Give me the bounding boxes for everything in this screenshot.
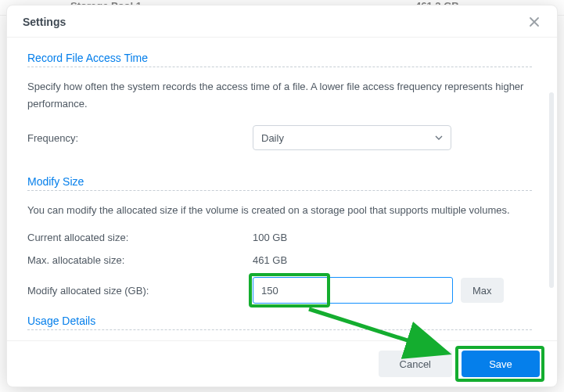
modal-header: Settings (7, 5, 557, 38)
modify-description: You can modify the allocated size if the… (27, 202, 532, 219)
modify-size-label: Modify allocated size (GB): (27, 285, 253, 297)
max-size-row: Max. allocatable size: 461 GB (27, 254, 532, 266)
close-button[interactable] (527, 15, 541, 29)
settings-modal: Settings Record File Access Time Specify… (6, 5, 558, 387)
close-icon (529, 16, 540, 27)
max-button[interactable]: Max (461, 278, 504, 303)
section-title-record-file-access-time: Record File Access Time (27, 52, 532, 67)
frequency-row: Frequency: Daily (27, 125, 532, 150)
frequency-value: Daily (261, 132, 284, 144)
modal-body: Record File Access Time Specify how ofte… (7, 38, 557, 340)
cancel-button[interactable]: Cancel (379, 351, 452, 377)
current-size-value: 100 GB (253, 232, 287, 243)
modify-size-input[interactable] (253, 277, 453, 304)
section-title-usage-details: Usage Details (27, 315, 532, 330)
modify-size-row: Modify allocated size (GB): Max (27, 277, 532, 304)
save-button[interactable]: Save (462, 351, 540, 377)
chevron-down-icon (435, 135, 443, 140)
frequency-select[interactable]: Daily (253, 125, 451, 150)
current-size-label: Current allocated size: (27, 232, 253, 243)
max-size-value: 461 GB (253, 254, 287, 266)
frequency-label: Frequency: (27, 132, 253, 144)
scrollbar[interactable] (549, 92, 554, 288)
record-description: Specify how often the system records the… (27, 78, 532, 113)
modal-footer: Cancel Save (7, 340, 557, 387)
section-title-modify-size: Modify Size (27, 175, 532, 191)
current-size-row: Current allocated size: 100 GB (27, 232, 532, 243)
max-size-label: Max. allocatable size: (27, 254, 253, 266)
modal-title: Settings (23, 16, 66, 28)
